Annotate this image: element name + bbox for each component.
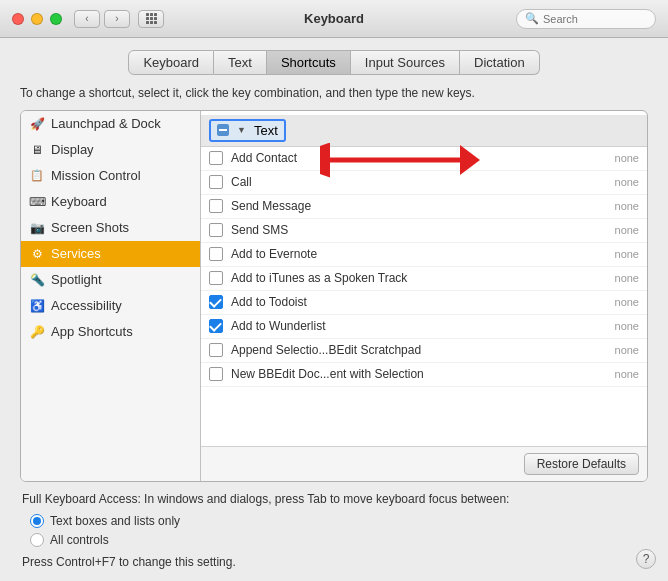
shortcut-checkbox-evernote[interactable] [209,247,223,261]
radio-circle [30,533,44,547]
sidebar-item-launchpad[interactable]: 🚀 Launchpad & Dock [21,111,200,137]
shortcut-row: Add to Wunderlist none [201,315,647,339]
sidebar: 🚀 Launchpad & Dock 🖥 Display 📋 Mission C… [21,111,201,481]
screenshots-icon: 📷 [29,220,45,236]
back-button[interactable]: ‹ [74,10,100,28]
sidebar-item-label: App Shortcuts [51,324,133,339]
shortcut-key: none [615,344,639,356]
description-text: To change a shortcut, select it, click t… [20,85,648,102]
shortcut-list: ▼ Text Add Contact none Call none [201,111,647,446]
shortcut-key: none [615,224,639,236]
tab-bar: Keyboard Text Shortcuts Input Sources Di… [20,50,648,75]
shortcut-label: Add to iTunes as a Spoken Track [231,271,607,285]
app-shortcuts-icon: 🔑 [29,324,45,340]
sidebar-item-display[interactable]: 🖥 Display [21,137,200,163]
tab-shortcuts[interactable]: Shortcuts [267,50,351,75]
shortcut-checkbox-todoist[interactable] [209,295,223,309]
body-panel: 🚀 Launchpad & Dock 🖥 Display 📋 Mission C… [20,110,648,482]
search-input[interactable] [543,13,647,25]
display-icon: 🖥 [29,142,45,158]
shortcut-key: none [615,152,639,164]
tab-keyboard[interactable]: Keyboard [128,50,214,75]
tab-input-sources[interactable]: Input Sources [351,50,460,75]
radio-text-boxes[interactable]: Text boxes and lists only [30,514,646,528]
shortcut-label: Send Message [231,199,607,213]
shortcut-checkbox-send-message[interactable] [209,199,223,213]
shortcut-label: Add Contact [231,151,607,165]
search-icon: 🔍 [525,12,539,25]
shortcut-label: Add to Evernote [231,247,607,261]
launchpad-icon: 🚀 [29,116,45,132]
triangle-icon: ▼ [237,125,246,135]
titlebar: ‹ › Keyboard 🔍 [0,0,668,38]
shortcut-row: Add to Todoist none [201,291,647,315]
tab-dictation[interactable]: Dictation [460,50,540,75]
shortcut-row: Add to iTunes as a Spoken Track none [201,267,647,291]
shortcut-key: none [615,320,639,332]
shortcut-key: none [615,368,639,380]
minus-icon [217,124,229,136]
shortcut-row: Add Contact none [201,147,647,171]
shortcut-key: none [615,296,639,308]
shortcut-label: Send SMS [231,223,607,237]
shortcut-key: none [615,176,639,188]
shortcut-label: Append Selectio...BEdit Scratchpad [231,343,607,357]
shortcut-checkbox-bbedit-append[interactable] [209,343,223,357]
shortcut-row: Send SMS none [201,219,647,243]
sidebar-item-mission-control[interactable]: 📋 Mission Control [21,163,200,189]
search-box: 🔍 [516,9,656,29]
grid-button[interactable] [138,10,164,28]
minimize-button[interactable] [31,13,43,25]
sidebar-item-label: Accessibility [51,298,122,313]
restore-defaults-button[interactable]: Restore Defaults [524,453,639,475]
shortcut-label: Add to Wunderlist [231,319,607,333]
group-header-label: Text [254,123,278,138]
grid-icon [146,13,157,24]
shortcut-key: none [615,272,639,284]
maximize-button[interactable] [50,13,62,25]
sidebar-item-app-shortcuts[interactable]: 🔑 App Shortcuts [21,319,200,345]
group-header[interactable]: ▼ Text [201,115,647,147]
shortcut-row: Call none [201,171,647,195]
shortcut-label: Call [231,175,607,189]
sidebar-item-spotlight[interactable]: 🔦 Spotlight [21,267,200,293]
shortcut-row: Add to Evernote none [201,243,647,267]
forward-button[interactable]: › [104,10,130,28]
control-note: Press Control+F7 to change this setting. [22,555,646,569]
shortcut-checkbox-call[interactable] [209,175,223,189]
sidebar-item-label: Mission Control [51,168,141,183]
shortcut-checkbox-send-sms[interactable] [209,223,223,237]
tab-text[interactable]: Text [214,50,267,75]
radio-label: All controls [50,533,109,547]
sidebar-item-label: Display [51,142,94,157]
shortcut-label: New BBEdit Doc...ent with Selection [231,367,607,381]
sidebar-item-services[interactable]: ⚙ Services [21,241,200,267]
shortcut-key: none [615,248,639,260]
traffic-lights [12,13,62,25]
shortcut-row: Send Message none [201,195,647,219]
mission-control-icon: 📋 [29,168,45,184]
shortcut-checkbox-wunderlist[interactable] [209,319,223,333]
shortcut-checkbox-bbedit-new[interactable] [209,367,223,381]
restore-row: Restore Defaults [201,446,647,481]
sidebar-item-label: Launchpad & Dock [51,116,161,131]
radio-group: Text boxes and lists only All controls [22,514,646,547]
shortcut-row: New BBEdit Doc...ent with Selection none [201,363,647,387]
close-button[interactable] [12,13,24,25]
sidebar-item-keyboard[interactable]: ⌨ Keyboard [21,189,200,215]
main-content: Keyboard Text Shortcuts Input Sources Di… [0,38,668,581]
help-button[interactable]: ? [636,549,656,569]
shortcut-checkbox-itunes[interactable] [209,271,223,285]
sidebar-item-accessibility[interactable]: ♿ Accessibility [21,293,200,319]
shortcut-key: none [615,200,639,212]
group-header-highlight: ▼ Text [209,119,286,142]
accessibility-icon: ♿ [29,298,45,314]
spotlight-icon: 🔦 [29,272,45,288]
radio-all-controls[interactable]: All controls [30,533,646,547]
help-icon: ? [643,552,650,566]
window-title: Keyboard [304,11,364,26]
sidebar-item-label: Screen Shots [51,220,129,235]
sidebar-item-screenshots[interactable]: 📷 Screen Shots [21,215,200,241]
bottom-section: Full Keyboard Access: In windows and dia… [20,492,648,569]
shortcut-checkbox-add-contact[interactable] [209,151,223,165]
